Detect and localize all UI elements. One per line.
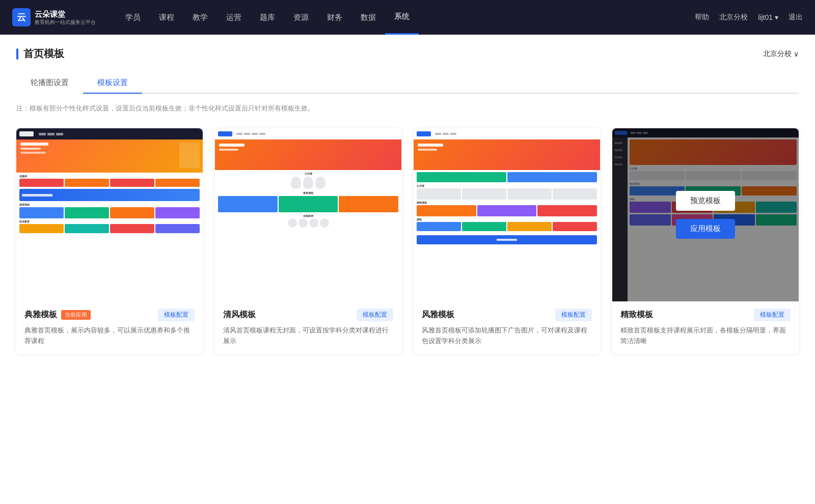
template-name: 精致模板 — [620, 310, 653, 320]
template-name-row: 典雅模板 当前应用 模板配置 — [24, 309, 195, 321]
config-button-refined[interactable]: 模板配置 — [754, 309, 791, 321]
preview-button[interactable]: 预览模板 — [676, 191, 735, 211]
logo-text: 云朵课堂 教育机构一站式服务云平台 — [35, 9, 96, 26]
nav-courses[interactable]: 课程 — [150, 0, 183, 35]
template-desc: 精致首页模板支持课程展示封面，各模板分隔明显，界面简洁清晰 — [620, 325, 791, 347]
logout-link[interactable]: 退出 — [789, 13, 803, 22]
template-name-row: 清风模板 模板配置 — [223, 309, 393, 321]
nav-resources[interactable]: 资源 — [284, 0, 318, 35]
config-button-elegant[interactable]: 模板配置 — [158, 309, 195, 321]
template-preview-refined: 公开课 推荐课程 课 — [612, 128, 799, 301]
template-desc: 清风首页模板课程无封面，可设置按学科分类对课程进行展示 — [223, 325, 393, 347]
page-title: 首页模板 — [23, 47, 64, 61]
template-preview-fresh: 公开课 推荐课程 全国讲师 — [215, 128, 401, 301]
templates-grid: 优惠券 推荐课程 — [16, 128, 799, 354]
template-preview-elegant: 优惠券 推荐课程 — [16, 128, 203, 301]
nav-students[interactable]: 学员 — [116, 0, 150, 35]
current-badge: 当前应用 — [61, 310, 91, 320]
template-info-refined: 精致模板 模板配置 精致首页模板支持课程展示封面，各模板分隔明显，界面简洁清晰 — [612, 301, 799, 354]
template-name: 典雅模板 — [24, 310, 57, 320]
navbar-right: 帮助 北京分校 lijt01 ▾ 退出 — [695, 13, 803, 22]
template-info-elegant2: 风雅模板 模板配置 风雅首页模板可添加轮播图下广告图片，可对课程及课程包设置学科… — [414, 301, 600, 354]
template-name-row: 精致模板 模板配置 — [620, 309, 791, 321]
nav-data[interactable]: 数据 — [351, 0, 385, 35]
logo[interactable]: 云 云朵课堂 教育机构一站式服务云平台 — [12, 8, 96, 26]
template-card-elegant2: 公开课 推荐课程 课程 — [414, 128, 600, 354]
nav-questions[interactable]: 题库 — [251, 0, 284, 35]
navbar: 云 云朵课堂 教育机构一站式服务云平台 学员 课程 教学 运营 题库 资源 财务… — [0, 0, 815, 35]
user-dropdown[interactable]: lijt01 ▾ — [758, 13, 778, 21]
nav-teaching[interactable]: 教学 — [183, 0, 217, 35]
page-title-wrapper: 首页模板 — [16, 47, 64, 61]
chevron-down-icon: ∨ — [794, 50, 799, 58]
template-name-row: 风雅模板 模板配置 — [422, 309, 592, 321]
page-container: 首页模板 北京分校 ∨ 轮播图设置 模板设置 注：模板有部分个性化样式设置，设置… — [0, 35, 815, 504]
template-card-refined: 公开课 推荐课程 课 — [612, 128, 799, 354]
tab-carousel[interactable]: 轮播图设置 — [16, 73, 83, 94]
nav-system[interactable]: 系统 — [385, 0, 419, 35]
tab-template[interactable]: 模板设置 — [83, 73, 142, 94]
note-text: 注：模板有部分个性化样式设置，设置后仅当前模板生效；非个性化样式设置后只针对所有… — [16, 104, 799, 113]
template-name: 风雅模板 — [422, 310, 454, 320]
help-link[interactable]: 帮助 — [695, 13, 709, 22]
apply-button[interactable]: 应用模板 — [676, 219, 735, 239]
title-bar-accent — [16, 48, 18, 60]
nav-finance[interactable]: 财务 — [318, 0, 351, 35]
nav-operations[interactable]: 运营 — [217, 0, 251, 35]
tabs: 轮播图设置 模板设置 — [16, 73, 799, 94]
preview-actions: 预览模板 应用模板 — [676, 191, 735, 239]
template-info-fresh: 清风模板 模板配置 清风首页模板课程无封面，可设置按学科分类对课程进行展示 — [215, 301, 401, 354]
template-card-fresh: 公开课 推荐课程 全国讲师 — [215, 128, 401, 354]
branch-selector[interactable]: 北京分校 ∨ — [763, 49, 799, 59]
template-name: 清风模板 — [223, 310, 256, 320]
main-nav: 学员 课程 教学 运营 题库 资源 财务 数据 系统 — [116, 0, 695, 35]
template-info-elegant: 典雅模板 当前应用 模板配置 典雅首页模板，展示内容较多，可以展示优惠券和多个推… — [16, 301, 203, 354]
config-button-elegant2[interactable]: 模板配置 — [555, 309, 592, 321]
chevron-down-icon: ▾ — [775, 13, 778, 21]
page-header: 首页模板 北京分校 ∨ — [16, 47, 799, 61]
config-button-fresh[interactable]: 模板配置 — [357, 309, 393, 321]
template-desc: 风雅首页模板可添加轮播图下广告图片，可对课程及课程包设置学科分类展示 — [422, 325, 592, 347]
template-preview-elegant2: 公开课 推荐课程 课程 — [414, 128, 600, 301]
template-card-elegant: 优惠券 推荐课程 — [16, 128, 203, 354]
branch-link[interactable]: 北京分校 — [719, 13, 748, 22]
logo-icon: 云 — [12, 8, 31, 26]
template-desc: 典雅首页模板，展示内容较多，可以展示优惠券和多个推荐课程 — [24, 325, 195, 347]
